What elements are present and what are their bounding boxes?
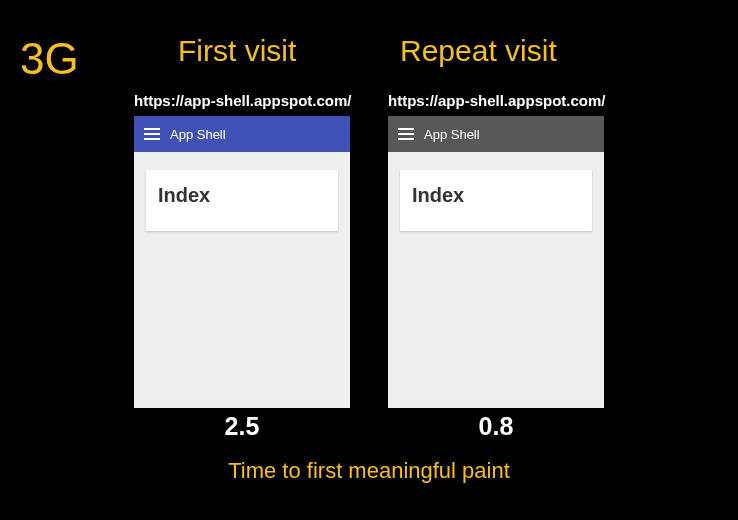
app-toolbar: App Shell: [134, 116, 350, 152]
url-repeat: https://app-shell.appspot.com/: [388, 92, 606, 109]
card: Index: [400, 170, 592, 231]
toolbar-title: App Shell: [170, 127, 226, 142]
heading-repeat-visit: Repeat visit: [400, 34, 557, 68]
metric-first: 2.5: [134, 412, 350, 441]
hamburger-icon[interactable]: [144, 128, 160, 140]
app-toolbar: App Shell: [388, 116, 604, 152]
phone-first-visit: App Shell Index: [134, 116, 350, 408]
caption: Time to first meaningful paint: [0, 458, 738, 484]
card: Index: [146, 170, 338, 231]
app-content: Index: [134, 152, 350, 249]
hamburger-icon[interactable]: [398, 128, 414, 140]
card-title: Index: [412, 184, 580, 207]
metric-repeat: 0.8: [388, 412, 604, 441]
network-badge: 3G: [20, 34, 79, 84]
heading-first-visit: First visit: [178, 34, 296, 68]
slide: 3G First visit Repeat visit https://app-…: [0, 0, 738, 520]
card-title: Index: [158, 184, 326, 207]
toolbar-title: App Shell: [424, 127, 480, 142]
phone-repeat-visit: App Shell Index: [388, 116, 604, 408]
url-first: https://app-shell.appspot.com/: [134, 92, 352, 109]
app-content: Index: [388, 152, 604, 249]
